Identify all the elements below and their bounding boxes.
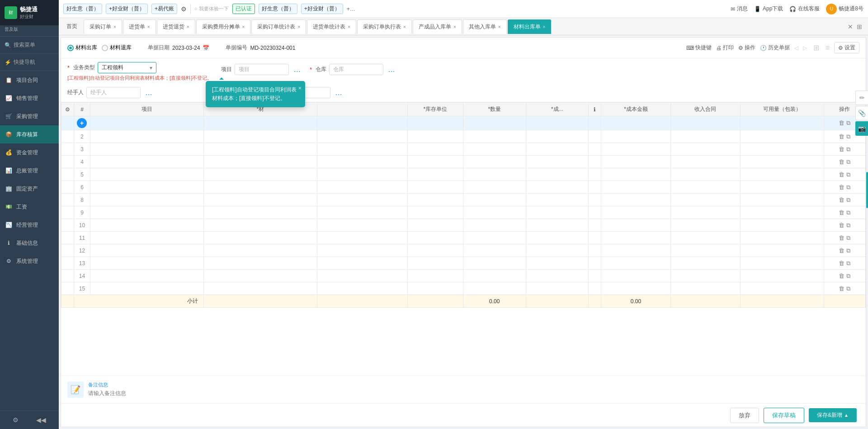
row-qty-cell[interactable] <box>463 168 526 181</box>
row-material-cell[interactable] <box>203 116 317 130</box>
row-qty-cell[interactable] <box>463 244 526 257</box>
row-spec-cell[interactable] <box>317 244 407 257</box>
topbar-settings-icon[interactable]: ⚙ <box>181 5 187 13</box>
row-cost-cell[interactable] <box>526 257 589 270</box>
row-material-cell[interactable] <box>203 232 317 244</box>
settings-btn[interactable]: ⚙ 设置 <box>834 42 859 53</box>
row-project-cell[interactable] <box>90 270 204 282</box>
topbar-message-btn[interactable]: ✉ 消息 <box>731 5 748 13</box>
delete-row-btn[interactable]: 🗑 <box>839 158 844 166</box>
row-spec-cell[interactable] <box>317 116 407 130</box>
row-material-cell[interactable] <box>203 244 317 257</box>
calendar-icon[interactable]: 📅 <box>203 45 209 51</box>
topbar-tag2-finance[interactable]: +好业财（普） <box>301 4 343 14</box>
tab-purchase-stats[interactable]: 采购订单统计表 × <box>251 19 306 34</box>
copy-row-btn[interactable]: ⧉ <box>846 272 850 280</box>
sidebar-item-project-contract[interactable]: 📋 项目合同 <box>0 71 59 89</box>
row-project-cell[interactable] <box>90 257 204 270</box>
row-project-input[interactable] <box>93 120 201 126</box>
delete-row-btn[interactable]: 🗑 <box>839 234 844 242</box>
row-qty-cell[interactable] <box>463 232 526 244</box>
operations-btn[interactable]: ⚙ 操作 <box>738 44 755 52</box>
tab-close-icon[interactable]: × <box>187 24 189 29</box>
row-spec-cell[interactable] <box>317 130 407 143</box>
tab-close-icon[interactable]: × <box>147 24 150 29</box>
row-cost-cell[interactable] <box>526 219 589 232</box>
row-material-cell[interactable] <box>203 156 317 168</box>
sidebar-item-search[interactable]: 🔍 搜索菜单 <box>0 37 59 54</box>
row-cost-cell[interactable] <box>526 168 589 181</box>
row-cost-amt-cell[interactable] <box>601 282 671 295</box>
row-project-cell[interactable] <box>90 244 204 257</box>
row-qty-cell[interactable] <box>463 282 526 295</box>
side-edit-icon-btn[interactable]: ✏ <box>855 91 868 105</box>
delete-row-btn[interactable]: 🗑 <box>839 171 844 178</box>
row-project-cell[interactable] <box>90 143 204 156</box>
row-cost-amt-cell[interactable] <box>601 168 671 181</box>
row-spec-cell[interactable] <box>317 270 407 282</box>
delete-row-btn[interactable]: 🗑 <box>839 146 844 153</box>
row-unit-cell[interactable] <box>407 206 463 219</box>
row-material-cell[interactable] <box>203 194 317 206</box>
row-cost-cell[interactable] <box>526 244 589 257</box>
row-qty-cell[interactable] <box>463 194 526 206</box>
row-project-cell[interactable] <box>90 206 204 219</box>
project-more-icon[interactable]: … <box>293 66 301 74</box>
sidebar-item-inventory[interactable]: 📦 库存核算 <box>0 125 59 143</box>
row-qty-cell[interactable] <box>463 257 526 270</box>
row-cost-amt-cell[interactable] <box>601 156 671 168</box>
row-project-cell[interactable] <box>90 116 204 130</box>
sidebar-item-quicknav[interactable]: ⚡ 快捷导航 <box>0 54 59 71</box>
row-unit-cell[interactable] <box>407 168 463 181</box>
topbar-tag2-goods[interactable]: 好生意（普） <box>259 4 297 14</box>
tab-material-outbound[interactable]: 材料出库单 × <box>508 19 552 34</box>
business-type-select[interactable]: 工程领料 ▾ <box>98 62 156 73</box>
tab-goods-stats[interactable]: 进货单统计表 × <box>307 19 356 34</box>
row-cost-amt-cell[interactable] <box>601 116 671 130</box>
side-camera-icon-btn[interactable]: 📷 <box>855 121 868 136</box>
delete-row-btn[interactable]: 🗑 <box>839 119 844 127</box>
row-material-cell[interactable] <box>203 257 317 270</box>
delete-row-btn[interactable]: 🗑 <box>839 247 844 254</box>
tab-close-icon[interactable]: × <box>113 24 116 29</box>
project-input[interactable]: 项目 <box>235 64 289 75</box>
copy-row-btn[interactable]: ⧉ <box>846 184 850 191</box>
row-material-cell[interactable] <box>203 219 317 232</box>
tab-goods-receipt[interactable]: 进货单 × <box>123 19 156 34</box>
row-spec-cell[interactable] <box>317 232 407 244</box>
row-income-cell[interactable] <box>670 194 740 206</box>
add-tab-icon[interactable]: ⊞ <box>857 23 862 30</box>
delete-row-btn[interactable]: 🗑 <box>839 272 844 280</box>
delete-row-btn[interactable]: 🗑 <box>839 196 844 204</box>
row-cost-cell[interactable] <box>526 206 589 219</box>
topbar-tag-finance[interactable]: +好业财（普） <box>106 4 148 14</box>
tab-finished-goods[interactable]: 产成品入库单 × <box>413 19 462 34</box>
copy-row-btn[interactable]: ⧉ <box>846 222 850 229</box>
tab-purchase-exec[interactable]: 采购订单执行表 × <box>357 19 412 34</box>
row-unit-cell[interactable] <box>407 282 463 295</box>
sidebar-item-management[interactable]: 📉 经营管理 <box>0 216 59 234</box>
row-spec-cell[interactable] <box>317 181 407 194</box>
row-income-cell[interactable] <box>670 282 740 295</box>
row-spec-cell[interactable] <box>317 156 407 168</box>
row-spec-cell[interactable] <box>317 168 407 181</box>
row-income-cell[interactable] <box>670 143 740 156</box>
sidebar-item-ledger[interactable]: 📊 总账管理 <box>0 162 59 180</box>
copy-row-btn[interactable]: ⧉ <box>846 146 850 153</box>
discard-button[interactable]: 放弃 <box>730 408 759 423</box>
tab-close-icon[interactable]: × <box>348 24 350 29</box>
delete-row-btn[interactable]: 🗑 <box>839 222 844 229</box>
row-qty-cell[interactable] <box>463 130 526 143</box>
row-cost-cell[interactable] <box>526 130 589 143</box>
row-material-cell[interactable] <box>203 143 317 156</box>
row-cost-amt-cell[interactable] <box>601 219 671 232</box>
row-cost-cell[interactable] <box>526 232 589 244</box>
topbar-more-btn[interactable]: +… <box>347 6 355 12</box>
view-grid-icon[interactable]: ⊞ <box>813 43 819 52</box>
row-income-cell[interactable] <box>670 232 740 244</box>
row-material-cell[interactable] <box>203 168 317 181</box>
add-row-button[interactable]: + <box>77 118 87 128</box>
row-material-cell[interactable] <box>203 130 317 143</box>
copy-row-btn[interactable]: ⧉ <box>846 247 850 254</box>
sidebar-collapse-btn[interactable]: ◀◀ <box>36 416 46 424</box>
